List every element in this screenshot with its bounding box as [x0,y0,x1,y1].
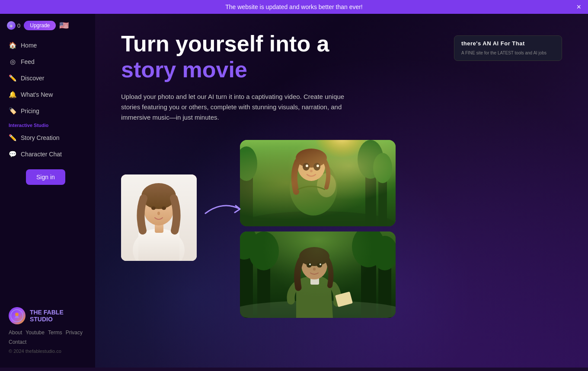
svg-rect-31 [240,244,253,318]
bell-icon: 🔔 [9,91,16,98]
discover-icon: ✏️ [9,74,16,82]
sidebar-item-discover[interactable]: ✏️ Discover [0,70,95,86]
chat-icon: 💬 [9,150,16,158]
svg-point-18 [373,153,392,183]
svg-point-14 [240,146,257,181]
hero-section: there's AN AI For That A FINE site for t… [121,31,562,318]
svg-point-24 [303,163,310,171]
svg-rect-15 [365,162,376,226]
sidebar-item-character-chat[interactable]: 💬 Character Chat [0,146,95,162]
sidebar-item-home[interactable]: 🏠 Home [0,37,95,54]
sidebar-item-story-creation[interactable]: ✏️ Story Creation [0,130,95,146]
result-images-stack [240,140,396,318]
svg-point-8 [151,206,156,210]
sidebar-item-label: Feed [21,58,35,65]
sidebar-item-label: Home [21,42,37,49]
sidebar-footer: THE FABLE STUDIO About Youtube Terms Pri… [0,300,95,361]
footer-link-privacy[interactable]: Privacy [66,330,83,336]
svg-rect-17 [378,170,387,226]
announcement-banner: The website is updated and works better … [0,0,588,14]
sidebar-item-pricing[interactable]: 🏷️ Pricing [0,103,95,119]
svg-point-38 [372,236,396,270]
svg-point-1 [15,313,19,316]
brand-avatar [9,307,26,324]
source-image-container [121,174,197,261]
footer-link-contact[interactable]: Contact [9,339,26,345]
sidebar-item-label: Pricing [21,108,39,114]
result-image-top [240,140,396,226]
svg-rect-35 [361,249,376,318]
svg-point-47 [313,267,316,270]
svg-rect-4 [138,231,179,261]
sidebar-item-label: What's New [21,91,53,98]
ai-badge: there's AN AI For That A FINE site for t… [454,35,562,61]
ai-badge-subtitle: A FINE site for the LATEST tools and AI … [461,51,546,55]
interactive-studio-section-label: Interactive Studio [0,119,95,130]
svg-point-23 [296,149,327,168]
svg-point-19 [240,211,396,226]
sidebar: ◈ 0 Upgrade 🇺🇸 🏠 Home ◎ Feed ✏️ Discover… [0,14,95,368]
sidebar-item-label: Story Creation [21,134,59,141]
svg-point-41 [301,251,327,279]
svg-rect-48 [335,292,353,307]
svg-point-25 [313,163,320,171]
sidebar-top: ◈ 0 Upgrade 🇺🇸 [0,21,95,37]
result-image-bottom [240,231,396,318]
credits-badge: ◈ 0 [7,21,20,30]
source-photo [121,174,197,261]
svg-point-16 [358,140,383,179]
svg-rect-29 [240,231,396,318]
footer-link-about[interactable]: About [9,330,22,336]
footer-links: About Youtube Terms Privacy Contact [9,330,86,345]
credits-icon: ◈ [7,21,16,30]
feed-icon: ◎ [9,58,16,66]
svg-point-36 [352,231,385,267]
credits-count: 0 [17,22,20,29]
svg-point-46 [320,263,321,265]
story-icon: ✏️ [9,134,16,142]
svg-point-26 [306,165,308,167]
sidebar-item-label: Character Chat [21,151,62,158]
brand-name: THE FABLE STUDIO [30,309,86,323]
svg-point-34 [249,231,279,270]
tag-icon: 🏷️ [9,107,16,115]
sign-in-button[interactable]: Sign in [26,169,65,185]
footer-link-youtube[interactable]: Youtube [26,330,45,336]
source-image-inner [121,174,197,261]
copyright: © 2024 thefablestudio.co [9,349,86,354]
svg-point-32 [240,231,257,260]
svg-rect-37 [378,255,391,318]
hero-description: Upload your photo and let our AI turn it… [121,92,346,123]
svg-point-45 [309,263,311,265]
svg-rect-11 [240,140,396,226]
svg-rect-30 [240,231,396,318]
sidebar-item-feed[interactable]: ◎ Feed [0,54,95,70]
home-icon: 🏠 [9,41,16,49]
svg-rect-33 [257,253,270,318]
svg-point-21 [317,173,336,197]
svg-point-43 [307,263,312,267]
upgrade-button[interactable]: Upgrade [24,21,56,30]
svg-point-27 [316,165,319,167]
ai-badge-title: there's AN AI For That [461,40,555,47]
brand: THE FABLE STUDIO [9,307,86,324]
footer-link-terms[interactable]: Terms [48,330,62,336]
main-content: there's AN AI For That A FINE site for t… [95,14,588,368]
svg-point-28 [310,170,313,172]
announcement-close-button[interactable]: × [576,3,581,12]
svg-point-9 [162,206,166,210]
svg-point-10 [157,212,160,215]
svg-point-42 [299,247,329,266]
svg-point-20 [290,159,337,216]
sidebar-item-label: Discover [21,75,44,82]
sidebar-item-whats-new[interactable]: 🔔 What's New [0,86,95,103]
language-flag-button[interactable]: 🇺🇸 [59,21,69,30]
svg-point-44 [317,263,322,267]
images-section [121,140,562,318]
svg-point-22 [297,151,325,181]
svg-rect-40 [310,276,319,285]
svg-point-12 [300,140,370,179]
transformation-arrow [201,196,253,224]
announcement-text: The website is updated and works better … [225,3,363,10]
svg-point-39 [240,301,396,318]
